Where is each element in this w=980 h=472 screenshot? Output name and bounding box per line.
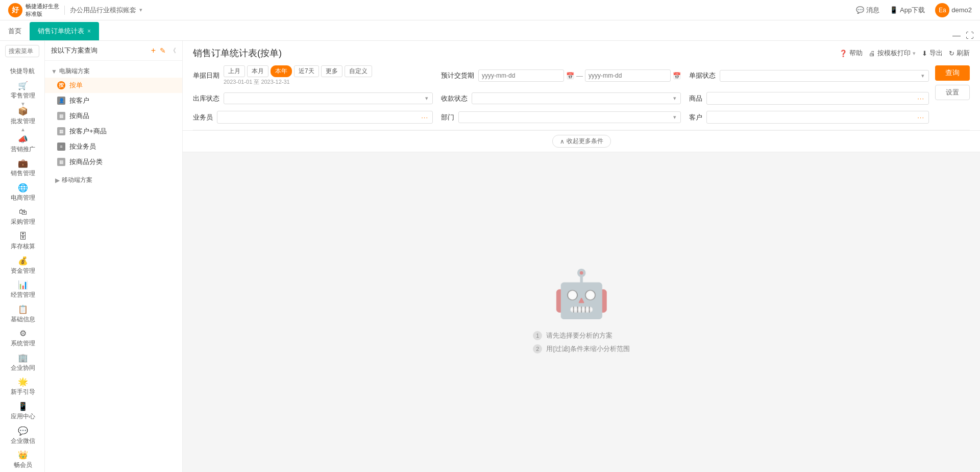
operation-icon: 📊 (18, 280, 28, 290)
user-profile[interactable]: Ea demo2 (935, 3, 972, 17)
product-select[interactable]: ··· (706, 92, 929, 105)
collapse-panel-icon[interactable]: 《 (170, 46, 176, 55)
product-more-icon[interactable]: ··· (917, 95, 924, 102)
sidebar-item-sales[interactable]: 💼 销售管理 (0, 156, 44, 181)
title-dropdown-arrow[interactable]: ▾ (139, 7, 142, 13)
scheme-icon-category: ▦ (57, 158, 65, 166)
calendar-icon-start[interactable]: 📅 (566, 72, 574, 80)
pc-scheme-group[interactable]: ▼ 电脑端方案 (45, 65, 182, 78)
sidebar-item-retail[interactable]: 🛒 零售管理 ▼ (0, 81, 44, 106)
date-btn-this-year[interactable]: 本年 (271, 65, 292, 77)
message-button[interactable]: 💬 消息 (856, 6, 879, 15)
status-select[interactable]: ▾ (720, 70, 929, 82)
help-button[interactable]: ❓ 帮助 (839, 49, 863, 58)
scheme-icon-salesperson: ≡ (57, 143, 65, 151)
date-separator: — (576, 72, 583, 80)
sidebar-item-member[interactable]: 👑 畅会员 (0, 447, 44, 472)
filter-payment-status: 收款状态 ▾ (441, 92, 681, 104)
logo-area: 好 畅捷通好生意 标准版 (8, 3, 59, 17)
sidebar-item-inventory[interactable]: 🗄 库存核算 (0, 229, 44, 253)
expected-date-end[interactable] (585, 69, 671, 82)
collapse-bar-inner: ∧ 收起更多条件 (552, 135, 611, 148)
search-button[interactable]: 查询 (935, 65, 970, 81)
scheme-icon-customer-product: ▦ (57, 127, 65, 135)
filter-row-1: 单据日期 上月 本月 本年 近7天 更多 自定义 (193, 65, 929, 86)
collapse-bar[interactable]: ∧ 收起更多条件 (183, 131, 980, 152)
topbar-title: 办公用品行业模拟账套 ▾ (70, 6, 142, 15)
sidebar-item-purchase[interactable]: 🛍 采购管理 (0, 205, 44, 229)
filter-area: 单据日期 上月 本月 本年 近7天 更多 自定义 (193, 65, 970, 130)
date-btn-custom[interactable]: 自定义 (345, 65, 372, 77)
sidebar-item-appstore[interactable]: 📱 应用中心 (0, 399, 44, 423)
logo-icon: 好 (8, 3, 22, 17)
tab-sales-stats[interactable]: 销售订单统计表 × (30, 22, 99, 40)
ecommerce-icon: 🌐 (18, 183, 28, 193)
tip-num-2: 2 (533, 344, 542, 353)
add-scheme-icon[interactable]: + (151, 46, 156, 55)
left-panel-header: 按以下方案查询 + ✎ 《 (45, 41, 182, 61)
department-select[interactable]: ▾ (458, 111, 681, 123)
retail-icon: 🛒 (18, 81, 28, 90)
refresh-button[interactable]: ↻ 刷新 (949, 49, 970, 58)
basic-icon: 📋 (18, 304, 28, 314)
sidebar-item-system[interactable]: ⚙ 系统管理 (0, 326, 44, 351)
department-arrow: ▾ (673, 114, 676, 121)
salesperson-select[interactable]: ··· (217, 111, 433, 124)
calendar-icon-end[interactable]: 📅 (673, 72, 681, 80)
scheme-item-by-customer-product[interactable]: ▦ 按客户+商品 (45, 124, 182, 139)
filter-left: 单据日期 上月 本月 本年 近7天 更多 自定义 (193, 65, 929, 124)
main-layout: 快捷导航 🛒 零售管理 ▼ 📦 批发管理 ▲ 📣 营销推广 💼 销售管理 🌐 电… (0, 41, 980, 472)
sales-icon: 💼 (18, 158, 28, 168)
delivery-status-select[interactable]: ▾ (224, 92, 433, 104)
filter-row-3: 业务员 ··· 部门 (193, 111, 929, 124)
empty-robot-icon: 🤖 (553, 267, 610, 321)
sidebar-item-newbie[interactable]: 🌟 新手引导 (0, 375, 44, 399)
customer-more-icon[interactable]: ··· (917, 113, 924, 121)
print-button[interactable]: 🖨 按模板打印 ▾ (869, 49, 916, 58)
minimize-icon[interactable]: — (952, 31, 961, 40)
sidebar-item-operation[interactable]: 📊 经营管理 (0, 277, 44, 302)
date-btn-more[interactable]: 更多 (321, 65, 342, 77)
scheme-section-pc: ▼ 电脑端方案 按 按单 👤 按客户 (45, 61, 182, 174)
scheme-item-by-category[interactable]: ▦ 按商品分类 (45, 154, 182, 170)
print-dropdown-arrow[interactable]: ▾ (913, 50, 916, 57)
sidebar-item-wholesale[interactable]: 📦 批发管理 ▲ (0, 106, 44, 132)
customer-select[interactable]: ··· (706, 111, 929, 124)
scheme-item-by-customer[interactable]: 👤 按客户 (45, 93, 182, 108)
setting-button[interactable]: 设置 (935, 85, 970, 100)
sidebar-search-area (0, 41, 44, 61)
scheme-item-by-product[interactable]: ▦ 按商品 (45, 108, 182, 124)
tab-close-icon[interactable]: × (87, 28, 91, 35)
avatar: Ea (935, 3, 949, 17)
expected-date-start[interactable] (478, 69, 564, 82)
date-btn-this-month[interactable]: 本月 (247, 65, 268, 77)
sidebar: 快捷导航 🛒 零售管理 ▼ 📦 批发管理 ▲ 📣 营销推广 💼 销售管理 🌐 电… (0, 41, 45, 472)
scheme-item-by-salesperson[interactable]: ≡ 按业务员 (45, 139, 182, 154)
salesperson-more-icon[interactable]: ··· (421, 113, 428, 121)
date-btn-last-month[interactable]: 上月 (224, 65, 245, 77)
tip-num-1: 1 (533, 331, 542, 340)
edit-scheme-icon[interactable]: ✎ (160, 46, 166, 55)
sidebar-item-marketing[interactable]: 📣 营销推广 (0, 132, 44, 156)
date-btn-7days[interactable]: 近7天 (294, 65, 319, 77)
sidebar-item-ecommerce[interactable]: 🌐 电商管理 (0, 180, 44, 205)
sidebar-item-basic[interactable]: 📋 基础信息 (0, 302, 44, 326)
payment-status-select[interactable]: ▾ (472, 92, 681, 104)
search-input[interactable] (5, 45, 39, 57)
scheme-item-by-order[interactable]: 按 按单 (45, 78, 182, 93)
sidebar-item-wechat[interactable]: 💬 企业微信 (0, 423, 44, 448)
app-download-button[interactable]: 📱 App下载 (890, 6, 925, 15)
empty-state: 🤖 1 请先选择要分析的方案 2 用[过滤]条件来缩小分析范围 (183, 152, 980, 472)
mobile-scheme-group[interactable]: ▶ 移动端方案 (45, 174, 182, 186)
sidebar-item-quicknav[interactable]: 快捷导航 (0, 61, 44, 81)
maximize-icon[interactable]: ⛶ (966, 31, 974, 40)
tab-restore-buttons: — ⛶ (946, 31, 980, 40)
sidebar-item-enterprise[interactable]: 🏢 企业协同 (0, 350, 44, 375)
sidebar-item-finance[interactable]: 💰 资金管理 (0, 253, 44, 278)
logo-text: 畅捷通好生意 标准版 (26, 3, 59, 17)
export-button[interactable]: ⬇ 导出 (922, 49, 943, 58)
left-panel: 按以下方案查询 + ✎ 《 ▼ 电脑端方案 按 按单 (45, 41, 183, 472)
tab-home[interactable]: 首页 (0, 22, 30, 40)
filter-customer: 客户 ··· (689, 111, 929, 124)
content-area: 按以下方案查询 + ✎ 《 ▼ 电脑端方案 按 按单 (45, 41, 980, 472)
